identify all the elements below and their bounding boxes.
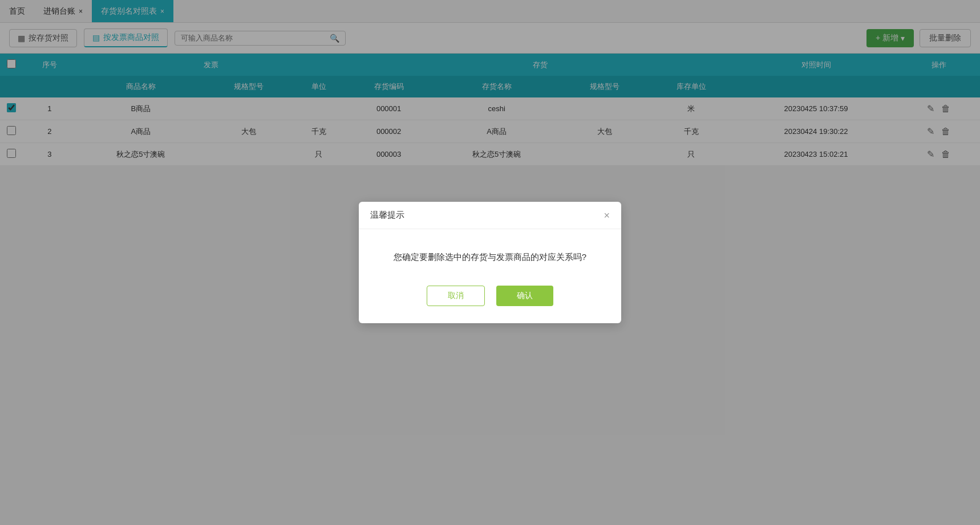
modal-overlay: 温馨提示 × 您确定要删除选中的存货与发票商品的对应关系吗? 取消 确认 [0,0,980,166]
